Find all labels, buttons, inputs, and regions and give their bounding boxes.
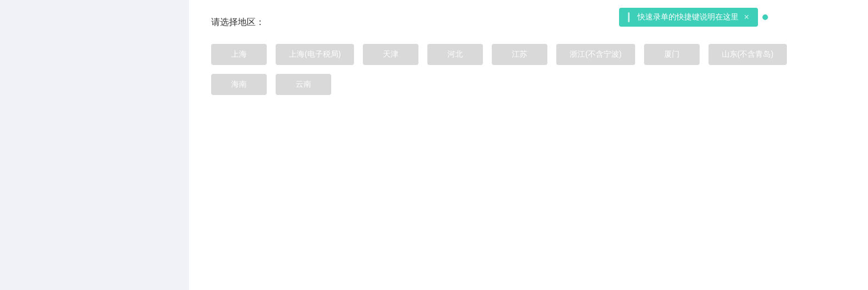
region-button-yunnan[interactable]: 云南 [276,74,331,95]
region-button-hebei[interactable]: 河北 [427,44,483,65]
region-button-zhejiang[interactable]: 浙江(不含宁波) [556,44,635,65]
tooltip-close-button[interactable]: × [744,13,749,22]
tooltip-dot [762,14,768,20]
region-button-shanghai[interactable]: 上海 [211,44,267,65]
tooltip-container: 快速录单的快捷键说明在这里 × [619,8,768,27]
region-button-tianjin[interactable]: 天津 [363,44,418,65]
region-buttons: 上海上海(电子税局)天津河北江苏浙江(不含宁波)厦门山东(不含青岛)海南云南 [211,44,846,95]
region-button-hainan[interactable]: 海南 [211,74,267,95]
region-button-jiangsu[interactable]: 江苏 [492,44,547,65]
region-button-shanghai-etax[interactable]: 上海(电子税局) [276,44,354,65]
region-button-shandong[interactable]: 山东(不含青岛) [709,44,787,65]
sidebar [0,0,189,290]
region-button-xiamen[interactable]: 厦门 [644,44,700,65]
tooltip-text: 快速录单的快捷键说明在这里 [637,12,739,22]
tooltip-box: 快速录单的快捷键说明在这里 × [619,8,758,27]
main-content: 请选择地区： 上海上海(电子税局)天津河北江苏浙江(不含宁波)厦门山东(不含青岛… [189,0,868,290]
